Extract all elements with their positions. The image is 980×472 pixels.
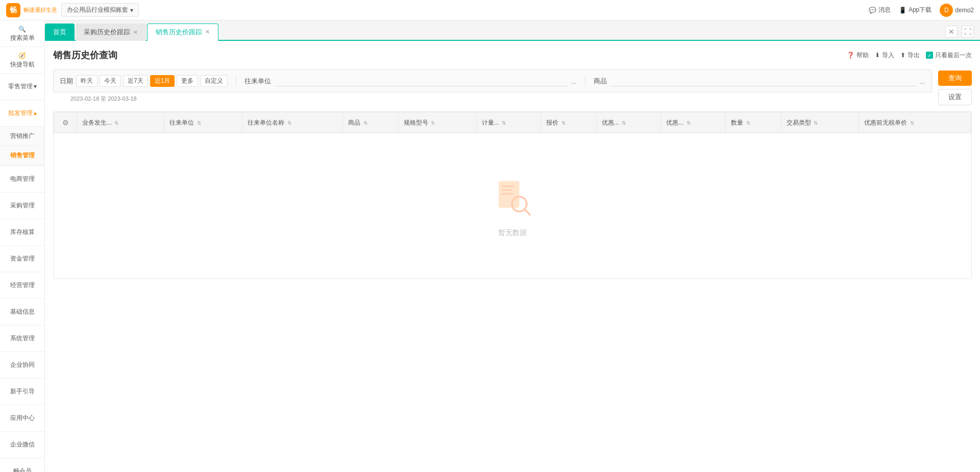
filter-container: 日期 昨天 今天 近7天 近1月 更多 自定义 — [53, 69, 972, 105]
tab-close-all-btn[interactable]: ✕ — [945, 26, 958, 38]
sidebar-item-search-menu[interactable]: 🔍 搜索菜单 — [0, 20, 44, 47]
col-unit[interactable]: 计量... ⇅ — [476, 112, 541, 133]
page-header: 销售历史价查询 ❓ 帮助 ⬇ 导入 ⬆ 导出 ✓ — [53, 49, 972, 61]
svg-rect-1 — [501, 186, 514, 187]
table-header: ⚙ 业务发生... ⇅ 往来单位 ⇅ 往来单位名称 — [54, 112, 971, 133]
search-icon: 🔍 — [18, 25, 26, 34]
sidebar-item-purchase-mgmt[interactable]: 采购管理 — [0, 193, 44, 219]
sidebar-item-sales-mgmt[interactable]: 销售管理 — [0, 146, 44, 166]
only-last-checkbox[interactable]: ✓ — [926, 52, 933, 59]
message-icon: 💬 — [869, 7, 876, 14]
export-btn[interactable]: ⬆ 导出 — [900, 51, 920, 60]
compass-icon: 🧭 — [18, 52, 26, 60]
top-bar-left: 畅 畅捷通好生意 办公用品行业模拟账套 ▾ — [6, 3, 139, 17]
sidebar-item-enterprise-wechat[interactable]: 企业微信 — [0, 432, 44, 458]
table-container: ⚙ 业务发生... ⇅ 往来单位 ⇅ 往来单位名称 — [53, 111, 972, 279]
partner-input[interactable] — [274, 76, 568, 86]
settings-button[interactable]: 设置 — [938, 89, 972, 105]
product-dots-btn[interactable]: ... — [919, 77, 925, 85]
sort-icon: ⇅ — [561, 120, 566, 126]
col-spec[interactable]: 规格型号 ⇅ — [398, 112, 476, 133]
partner-label: 往来单位 — [244, 77, 271, 86]
sidebar-item-system-mgmt[interactable]: 系统管理 — [0, 325, 44, 352]
filter-main: 日期 昨天 今天 近7天 近1月 更多 自定义 — [53, 69, 932, 103]
partner-dots-btn[interactable]: ... — [571, 77, 577, 85]
date-btn-today[interactable]: 今天 — [100, 75, 121, 87]
col-discount2[interactable]: 优惠... ⇅ — [661, 112, 726, 133]
svg-rect-3 — [501, 193, 513, 195]
sidebar-item-app-center[interactable]: 应用中心 — [0, 405, 44, 432]
chevron-down-icon: ▾ — [34, 82, 37, 91]
col-pretax-price[interactable]: 优惠前无税单价 ⇅ — [859, 112, 971, 133]
download-icon: 📱 — [899, 7, 906, 14]
tab-purchase-history[interactable]: 采购历史价跟踪 ✕ — [76, 23, 146, 41]
sidebar-item-enterprise-collab[interactable]: 企业协同 — [0, 352, 44, 379]
col-discount1[interactable]: 优惠... ⇅ — [596, 112, 661, 133]
app-download-btn[interactable]: 📱 App下载 — [899, 6, 932, 14]
top-bar: 畅 畅捷通好生意 办公用品行业模拟账套 ▾ 💬 消息 📱 App下载 D dem… — [0, 0, 980, 20]
chevron-up-icon: ▴ — [34, 109, 37, 117]
message-btn[interactable]: 💬 消息 — [869, 6, 891, 14]
app-selector[interactable]: 办公用品行业模拟账套 ▾ — [61, 3, 139, 17]
sidebar-item-ecommerce[interactable]: 电商管理 — [0, 166, 44, 193]
divider1 — [236, 76, 236, 86]
date-buttons: 昨天 今天 近7天 近1月 更多 自定义 — [76, 75, 228, 87]
page-header-actions: ❓ 帮助 ⬇ 导入 ⬆ 导出 ✓ 只看最后一次 — [847, 51, 972, 60]
tab-maximize-btn[interactable]: ⛶ — [962, 26, 974, 38]
help-icon: ❓ — [847, 52, 854, 59]
col-product[interactable]: 商品 ⇅ — [343, 112, 398, 133]
sidebar-item-beginner-guide[interactable]: 新手引导 — [0, 379, 44, 405]
data-table: ⚙ 业务发生... ⇅ 往来单位 ⇅ 往来单位名称 — [54, 112, 971, 133]
sort-icon: ⇅ — [197, 120, 201, 126]
sidebar-item-quick-nav[interactable]: 🧭 快捷导航 — [0, 47, 44, 74]
tab-close-purchase[interactable]: ✕ — [133, 30, 138, 35]
sidebar-item-operations[interactable]: 经营管理 — [0, 272, 44, 299]
col-quote[interactable]: 报价 ⇅ — [541, 112, 596, 133]
only-last-checkbox-area[interactable]: ✓ 只看最后一次 — [926, 51, 972, 60]
sort-icon: ⇅ — [814, 120, 818, 126]
col-partner-code[interactable]: 往来单位 ⇅ — [164, 112, 242, 133]
import-btn[interactable]: ⬇ 导入 — [875, 51, 894, 60]
page-title: 销售历史价查询 — [53, 49, 117, 61]
divider2 — [585, 76, 585, 86]
sidebar-item-member[interactable]: 畅会员 — [0, 458, 44, 472]
date-btn-more[interactable]: 更多 — [177, 75, 198, 87]
date-btn-custom[interactable]: 自定义 — [200, 75, 228, 87]
col-biz-date[interactable]: 业务发生... ⇅ — [77, 112, 164, 133]
sort-icon: ⇅ — [363, 120, 368, 126]
export-icon: ⬆ — [900, 52, 905, 59]
sidebar-item-marketing[interactable]: 营销推广 — [0, 127, 44, 146]
sidebar-item-inventory[interactable]: 库存核算 — [0, 219, 44, 246]
date-btn-yesterday[interactable]: 昨天 — [76, 75, 97, 87]
product-input[interactable] — [610, 76, 917, 86]
query-button[interactable]: 查询 — [938, 70, 972, 86]
logo-area: 畅 畅捷通好生意 — [6, 3, 57, 17]
col-trade-type[interactable]: 交易类型 ⇅ — [781, 112, 859, 133]
table-gear-btn[interactable]: ⚙ — [59, 116, 71, 129]
col-quantity[interactable]: 数量 ⇅ — [726, 112, 781, 133]
sort-icon: ⇅ — [746, 120, 750, 126]
empty-state: 暂无数据 — [54, 133, 971, 278]
sidebar-item-basic-info[interactable]: 基础信息 — [0, 299, 44, 325]
sidebar-item-finance[interactable]: 资金管理 — [0, 246, 44, 272]
col-settings: ⚙ — [54, 112, 77, 133]
tab-bar: 首页 采购历史价跟踪 ✕ 销售历史价跟踪 ✕ ✕ ⛶ — [45, 20, 980, 41]
tab-bar-actions: ✕ ⛶ — [945, 26, 980, 40]
top-bar-right: 💬 消息 📱 App下载 D demo2 — [869, 4, 974, 17]
date-range-display: 2023-02-18 至 2023-03-18 — [53, 95, 932, 103]
sort-icon: ⇅ — [622, 120, 626, 126]
tab-close-sales[interactable]: ✕ — [205, 29, 210, 35]
tab-home[interactable]: 首页 — [45, 23, 75, 41]
empty-text: 暂无数据 — [498, 228, 527, 238]
sidebar-item-retail-mgmt[interactable]: 零售管理 ▾ — [0, 74, 44, 100]
date-btn-last1m[interactable]: 近1月 — [150, 75, 175, 87]
date-btn-last7[interactable]: 近7天 — [123, 75, 148, 87]
chevron-down-icon: ▾ — [130, 7, 133, 14]
user-area[interactable]: D demo2 — [940, 4, 974, 17]
tab-sales-history[interactable]: 销售历史价跟踪 ✕ — [147, 23, 218, 41]
sidebar-item-wholesale-mgmt[interactable]: 批发管理 ▴ — [0, 100, 44, 127]
help-btn[interactable]: ❓ 帮助 — [847, 51, 869, 60]
filter-action-area: 查询 设置 — [938, 69, 972, 105]
col-partner-name[interactable]: 往来单位名称 ⇅ — [242, 112, 343, 133]
main-layout: 🔍 搜索菜单 🧭 快捷导航 零售管理 ▾ 批发管理 ▴ 营销推广 销售管理 电商… — [0, 20, 980, 472]
